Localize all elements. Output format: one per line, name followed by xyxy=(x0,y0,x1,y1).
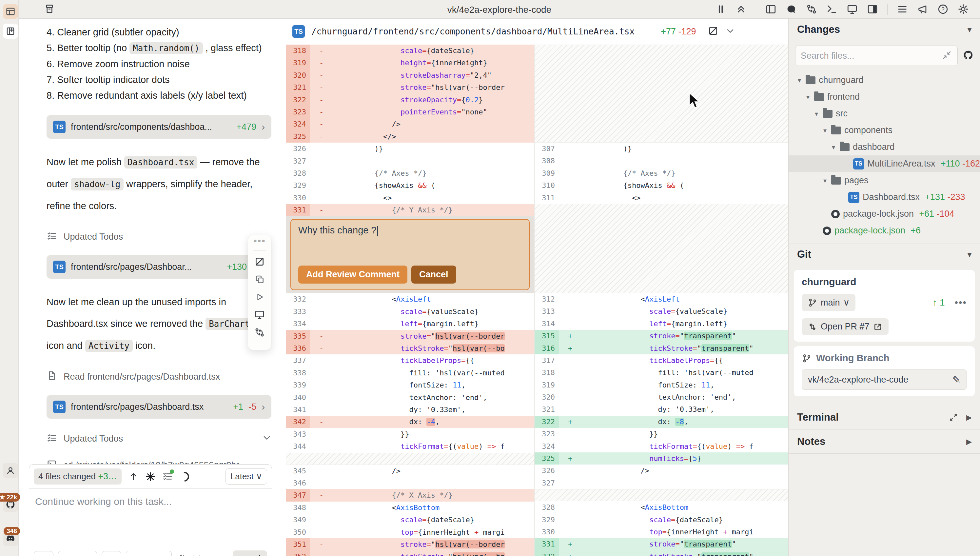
diff-row[interactable]: 321- stroke="hsl(var(--border xyxy=(286,81,534,94)
add-review-comment-button[interactable]: Add Review Comment xyxy=(298,265,407,284)
todos-icon[interactable] xyxy=(162,471,173,483)
tree-file-Dashboard.tsx[interactable]: TSDashboard.tsx+131 -233 xyxy=(789,189,980,205)
diff-row[interactable]: 323- pointerEvents="none" xyxy=(286,106,534,118)
branch-dropdown[interactable]: main ∨ xyxy=(802,294,856,311)
copy-icon[interactable] xyxy=(254,274,265,286)
search-input[interactable] xyxy=(801,51,942,61)
help-button[interactable]: ? xyxy=(937,3,949,15)
github-connect-button[interactable] xyxy=(191,553,202,556)
github-cat-icon[interactable] xyxy=(963,50,974,61)
tree-folder-src[interactable]: ▾src xyxy=(789,105,980,122)
file-change-chip[interactable]: TS frontend/src/components/dashboa... +4… xyxy=(47,115,271,139)
tree-folder-dashboard[interactable]: ▾dashboard xyxy=(789,139,980,155)
diff-row[interactable]: 324 tickFormat={(value) => f xyxy=(534,440,788,453)
diff-row[interactable]: 324- /> xyxy=(286,118,534,130)
diff-display-toggle[interactable] xyxy=(708,26,718,37)
diff-row[interactable]: 312 <AxisLeft xyxy=(534,293,788,305)
skip-button[interactable] xyxy=(102,551,121,556)
diff-row[interactable]: 319- height={innerHeight} xyxy=(286,57,534,69)
diff-row[interactable]: 307 )} xyxy=(534,142,788,155)
rail-tab-board[interactable] xyxy=(3,24,18,39)
terminal-button[interactable] xyxy=(826,3,838,15)
diff-row[interactable]: 326 /> xyxy=(534,464,788,477)
panel-right-button[interactable] xyxy=(867,3,878,15)
play-icon[interactable] xyxy=(254,292,265,304)
diff-row[interactable]: 330 <> xyxy=(286,192,534,204)
diff-row[interactable]: 329 {showAxis && ( xyxy=(286,179,534,191)
diff-pane-old[interactable]: 318- scale={dateScale}319- height={inner… xyxy=(286,45,534,556)
diff-row[interactable]: 348 <AxisBottom xyxy=(286,501,534,514)
edit-branch-icon[interactable]: ✎ xyxy=(953,374,961,386)
gear-button[interactable] xyxy=(958,3,969,15)
diff-row[interactable]: 309 {/* Axes */} xyxy=(534,167,788,179)
diff-row[interactable]: 328 <AxisBottom xyxy=(534,501,788,513)
tool-action-row[interactable]: Updated Todos xyxy=(47,432,277,445)
tool-action-row[interactable]: Read frontend/src/pages/Dashboard.tsx xyxy=(47,370,277,383)
diff-row[interactable]: 336- tickStroke="hsl(var(--bo xyxy=(286,342,534,354)
tree-file-MultiLineArea.tsx[interactable]: TSMultiLineArea.tsx+110 -162 xyxy=(789,155,980,172)
diff-row[interactable]: 323 }} xyxy=(534,428,788,440)
tree-folder-frontend[interactable]: ▾frontend xyxy=(789,89,980,105)
diff-row[interactable]: 330 top={innerHeight + margi xyxy=(534,526,788,538)
file-change-chip[interactable]: TS frontend/src/pages/Dashboar... +130-2… xyxy=(47,255,271,279)
diff-row[interactable]: 341 dy: '0.33em', xyxy=(286,404,534,416)
monitor-button[interactable] xyxy=(847,3,858,15)
diff-pane-new[interactable]: 307 )}308309 {/* Axes */}310 {showAxis &… xyxy=(534,45,788,556)
diff-row[interactable]: 328 {/* Axes */} xyxy=(286,167,534,179)
open-pr-button[interactable]: Open PR #7 xyxy=(802,318,888,335)
diff-row[interactable]: 333 scale={valueScale} xyxy=(286,305,534,318)
diff-row[interactable]: 335- stroke="hsl(var(--border xyxy=(286,330,534,342)
rail-tab-layout[interactable] xyxy=(3,4,18,19)
diff-row[interactable]: 337 tickLabelProps={{ xyxy=(286,354,534,367)
diff-row[interactable]: 314 left={margin.left} xyxy=(534,318,788,330)
diff-row[interactable]: 331+ stroke="transparent" xyxy=(534,538,788,550)
tree-file-package-lock.json[interactable]: package-lock.json+61 -104 xyxy=(789,205,980,222)
rail-account-button[interactable] xyxy=(3,463,18,478)
diff-row[interactable]: 347- {/* X Axis */} xyxy=(286,489,534,501)
monitor-icon[interactable] xyxy=(254,309,265,321)
changes-section-header[interactable]: Changes ▾ xyxy=(789,19,980,40)
scroll-up-icon[interactable] xyxy=(128,472,139,482)
tree-file-package-lock.json[interactable]: package-lock.json+6 xyxy=(789,222,980,239)
comment-input[interactable]: Why this change ? xyxy=(298,225,376,235)
diff-row[interactable]: 318 fill: 'hsl(var(--muted xyxy=(534,367,788,379)
diff-row[interactable]: 320 textAnchor: 'end', xyxy=(534,391,788,403)
diff-row[interactable]: 313 scale={valueScale} xyxy=(534,305,788,317)
send-button[interactable]: Send xyxy=(233,550,267,556)
diff-row[interactable]: 343 }} xyxy=(286,428,534,440)
diff-row[interactable]: 317 tickLabelProps={{ xyxy=(534,354,788,367)
diff-row[interactable]: 350 top={innerHeight + margi xyxy=(286,526,534,538)
diff-row[interactable]: 352- tickStroke="hsl(var(--bo xyxy=(286,550,534,556)
panel-left-button[interactable] xyxy=(765,3,777,15)
file-search[interactable] xyxy=(795,45,958,66)
working-branch-input[interactable]: vk/4e2a-explore-the-code ✎ xyxy=(802,370,967,390)
chat-bubble-button[interactable] xyxy=(786,3,797,15)
diff-row[interactable]: 332 <AxisLeft xyxy=(286,293,534,305)
diff-row[interactable]: 349 scale={dateScale} xyxy=(286,514,534,526)
diff-row[interactable]: 327 xyxy=(286,155,534,167)
settings-sliders-button[interactable] xyxy=(34,551,53,556)
chevrons-up-button[interactable] xyxy=(736,3,747,15)
megaphone-button[interactable] xyxy=(917,3,928,15)
tree-folder-churnguard[interactable]: ▾churnguard xyxy=(789,72,980,89)
diff-row[interactable]: 321 dy: '0.33em', xyxy=(534,403,788,415)
diff-row[interactable]: 310 {showAxis && ( xyxy=(534,179,788,191)
menu-button[interactable] xyxy=(897,3,908,15)
diff-row[interactable]: 320- strokeDasharray="2,4" xyxy=(286,69,534,81)
cancel-comment-button[interactable]: Cancel xyxy=(411,265,456,284)
git-compare-icon[interactable] xyxy=(254,327,265,339)
files-changed-chip[interactable]: 4 files changed +3… xyxy=(34,469,122,485)
attach-button[interactable] xyxy=(176,553,187,556)
message-input[interactable]: Continue working on this task... xyxy=(29,489,272,507)
diff-row[interactable]: 344 tickFormat={(value) => f xyxy=(286,440,534,453)
git-section-header[interactable]: Git ▾ xyxy=(789,244,980,265)
diff-row[interactable]: 342- dx: -4, xyxy=(286,416,534,428)
square-slash-icon[interactable] xyxy=(254,256,265,268)
terminal-section-header[interactable]: Terminal ▸ xyxy=(789,405,980,429)
diff-row[interactable]: 315+ stroke="transparent" xyxy=(534,330,788,342)
collapse-all-icon[interactable] xyxy=(942,50,952,61)
model-dropdown[interactable]: Opus ∨ xyxy=(58,551,97,556)
diff-row[interactable]: 322+ dx: -8, xyxy=(534,416,788,428)
diff-row[interactable]: 308 xyxy=(534,155,788,167)
tool-action-row[interactable]: Updated Todos xyxy=(47,231,277,243)
